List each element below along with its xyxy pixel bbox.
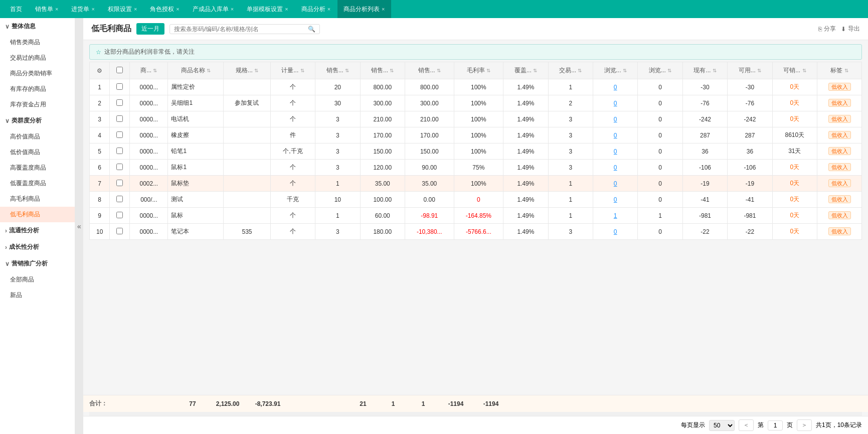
horizontal-scrollbar[interactable] (89, 412, 862, 416)
row-checkbox[interactable] (116, 164, 123, 170)
cell-checkbox[interactable] (110, 176, 130, 192)
sidebar-item-sales-goods[interactable]: 销售类商品 (0, 35, 75, 50)
nav-close-purchase[interactable]: × (91, 6, 94, 12)
cell-checkbox[interactable] (110, 111, 130, 127)
col-trade[interactable]: 交易... ⇅ (548, 62, 593, 79)
share-button[interactable]: ⎘ 分享 (818, 25, 836, 33)
cell-checkbox[interactable] (110, 79, 130, 95)
cell-checkbox[interactable] (110, 224, 130, 240)
search-input[interactable] (174, 26, 308, 33)
sidebar-group-liquidity[interactable]: › 流通性分析 (0, 222, 75, 239)
nav-item-product-analysis-list[interactable]: 商品分析列表 × (337, 0, 391, 18)
sidebar-item-high-coverage[interactable]: 高覆盖度商品 (0, 160, 75, 176)
sidebar-item-high-value[interactable]: 高价值商品 (0, 129, 75, 144)
sidebar-group-marketing[interactable]: ∨ 营销推广分析 (0, 255, 75, 272)
cell-view1[interactable]: 0 (593, 79, 638, 95)
col-saleable[interactable]: 可销... ⇅ (772, 62, 817, 79)
cell-view1[interactable]: 0 (593, 143, 638, 160)
sidebar-group-growth[interactable]: › 成长性分析 (0, 239, 75, 255)
cell-checkbox[interactable] (110, 143, 130, 160)
row-checkbox[interactable] (116, 148, 123, 154)
cell-checkbox[interactable] (110, 192, 130, 208)
export-button[interactable]: ⬇ 导出 (841, 25, 860, 33)
sidebar-item-capital-usage[interactable]: 库存资金占用 (0, 97, 75, 112)
cell-view1[interactable]: 0 (593, 111, 638, 127)
cell-view1[interactable]: 0 (593, 192, 638, 208)
nav-item-home[interactable]: 首页 (4, 0, 28, 18)
nav-item-permission[interactable]: 权限设置 × (102, 0, 143, 18)
sidebar-collapse-button[interactable]: « (75, 18, 83, 434)
next-page-button[interactable]: ＞ (797, 419, 812, 431)
cell-checkbox[interactable] (110, 95, 130, 111)
cell-view1[interactable]: 0 (593, 95, 638, 111)
nav-close-product-storage[interactable]: × (231, 6, 234, 12)
search-icon[interactable]: 🔍 (308, 26, 315, 33)
col-spec[interactable]: 规格... ⇅ (224, 62, 270, 79)
time-filter-button[interactable]: 近一月 (136, 23, 164, 35)
nav-close-product-analysis[interactable]: × (327, 6, 330, 12)
page-size-select[interactable]: 50 100 200 (709, 420, 735, 431)
table-wrapper[interactable]: ⚙ 商... ⇅ 商品名称 ⇅ 规格... ⇅ 计量... ⇅ 销售... ⇅ … (83, 62, 868, 395)
col-view2[interactable]: 浏览... ⇅ (638, 62, 682, 79)
row-checkbox[interactable] (116, 212, 123, 218)
col-name[interactable]: 商品名称 ⇅ (168, 62, 224, 79)
sidebar-item-low-value[interactable]: 低价值商品 (0, 144, 75, 160)
tag-badge: 低收入 (828, 83, 851, 91)
col-available[interactable]: 可用... ⇅ (728, 62, 772, 79)
cell-view1[interactable]: 0 (593, 176, 638, 192)
col-code[interactable]: 商... ⇅ (130, 62, 168, 79)
cell-view1[interactable]: 1 (593, 208, 638, 224)
nav-close-product-analysis-list[interactable]: × (382, 6, 385, 12)
row-checkbox[interactable] (116, 180, 123, 186)
col-coverage[interactable]: 覆盖... ⇅ (503, 62, 548, 79)
sidebar-item-new-goods[interactable]: 新品 (0, 287, 75, 303)
row-checkbox[interactable] (116, 228, 123, 234)
col-sales-qty[interactable]: 销售... ⇅ (315, 62, 360, 79)
sidebar-item-category-rate[interactable]: 商品分类助销率 (0, 66, 75, 81)
row-checkbox[interactable] (116, 131, 123, 138)
sidebar-item-low-margin[interactable]: 低毛利商品 (0, 207, 75, 222)
cell-view1[interactable]: 0 (593, 224, 638, 240)
cell-view1[interactable]: 0 (593, 160, 638, 176)
col-gross-rate[interactable]: 毛利率 ⇅ (454, 62, 503, 79)
row-checkbox[interactable] (116, 196, 123, 202)
nav-item-product-storage[interactable]: 产成品入库单 × (187, 0, 240, 18)
sidebar-item-low-coverage[interactable]: 低覆盖度商品 (0, 176, 75, 191)
cell-checkbox[interactable] (110, 160, 130, 176)
nav-item-sales[interactable]: 销售单 × (29, 0, 64, 18)
sidebar-group-overall[interactable]: ∨ 整体信息 (0, 18, 75, 35)
col-unit[interactable]: 计量... ⇅ (270, 62, 315, 79)
select-all-checkbox[interactable] (116, 67, 123, 73)
sidebar-item-high-margin[interactable]: 高毛利商品 (0, 191, 75, 207)
col-settings[interactable]: ⚙ (90, 62, 110, 79)
prev-page-button[interactable]: ＜ (739, 419, 754, 431)
nav-close-permission[interactable]: × (134, 6, 137, 12)
row-checkbox[interactable] (116, 99, 123, 106)
row-checkbox[interactable] (116, 83, 123, 90)
cell-checkbox[interactable] (110, 127, 130, 143)
sidebar-group-cluster[interactable]: ∨ 类群度分析 (0, 112, 75, 129)
page-number-input[interactable] (768, 420, 783, 430)
nav-close-role[interactable]: × (176, 6, 179, 12)
nav-item-role[interactable]: 角色授权 × (144, 0, 185, 18)
cell-checkbox[interactable] (110, 208, 130, 224)
col-sales-amount[interactable]: 销售... ⇅ (405, 62, 454, 79)
row-checkbox[interactable] (116, 115, 123, 122)
sidebar-item-all-goods[interactable]: 全部商品 (0, 272, 75, 287)
col-current[interactable]: 现有... ⇅ (682, 62, 727, 79)
nav-item-product-analysis[interactable]: 商品分析 × (295, 0, 336, 18)
nav-close-sales[interactable]: × (55, 6, 58, 12)
sidebar-item-traded-goods[interactable]: 交易过的商品 (0, 50, 75, 66)
sidebar-item-stock-goods[interactable]: 有库存的商品 (0, 81, 75, 97)
col-tag[interactable]: 标签 ⇅ (817, 62, 862, 79)
nav-item-template[interactable]: 单据模板设置 × (241, 0, 294, 18)
cell-view1[interactable]: 0 (593, 127, 638, 143)
col-view1[interactable]: 浏览... ⇅ (593, 62, 638, 79)
search-box[interactable]: 🔍 (169, 24, 320, 34)
col-sales-price[interactable]: 销售... ⇅ (360, 62, 405, 79)
nav-close-template[interactable]: × (285, 6, 288, 12)
nav-item-purchase[interactable]: 进货单 × (65, 0, 100, 18)
col-checkbox[interactable] (110, 62, 130, 79)
cell-unit: 千克 (270, 192, 315, 208)
cell-code: 0000... (130, 111, 168, 127)
